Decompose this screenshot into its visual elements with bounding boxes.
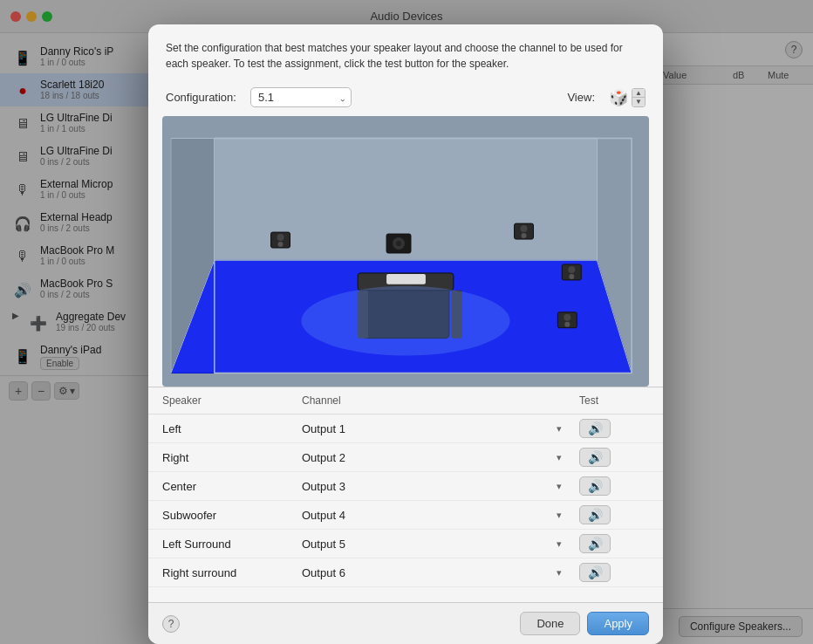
test-button-center[interactable]: 🔊 <box>579 476 611 496</box>
speaker-row-right: Right Output 1Output 2Output 3 🔊 <box>148 443 663 472</box>
channel-select-left-wrapper[interactable]: Output 1Output 2Output 3 <box>302 421 579 437</box>
view-stepper[interactable]: ▲ ▼ <box>632 88 646 107</box>
channel-select-left-surround[interactable]: Output 4Output 5Output 6 <box>302 536 579 552</box>
col-test: Test <box>579 394 649 407</box>
channel-select-right-surround-wrapper[interactable]: Output 5Output 6Output 7 <box>302 565 579 581</box>
speaker-row-left-surround: Left Surround Output 4Output 5Output 6 🔊 <box>148 530 663 558</box>
test-button-right[interactable]: 🔊 <box>579 448 611 467</box>
cube-icon: 🎲 <box>609 88 628 107</box>
channel-select-right[interactable]: Output 1Output 2Output 3 <box>302 449 579 466</box>
speaker-name-center: Center <box>162 480 302 493</box>
modal-description: Set the configuration that best matches … <box>148 24 663 82</box>
view-label: View: <box>567 91 595 104</box>
speaker-row-subwoofer: Subwoofer Output 3Output 4Output 5 🔊 <box>148 501 663 530</box>
svg-point-34 <box>564 322 570 327</box>
channel-select-left[interactable]: Output 1Output 2Output 3 <box>302 421 579 437</box>
svg-point-24 <box>521 225 528 232</box>
speaker-name-left: Left <box>162 422 302 435</box>
channel-select-subwoofer-wrapper[interactable]: Output 3Output 4Output 5 <box>302 507 579 524</box>
col-speaker: Speaker <box>162 394 302 407</box>
modal-body: Set the configuration that best matches … <box>148 24 663 602</box>
modal-help-button[interactable]: ? <box>162 615 180 633</box>
modal-footer: ? Done Apply <box>148 602 663 644</box>
col-channel: Channel <box>302 394 579 407</box>
view-stepper-up[interactable]: ▲ <box>632 89 645 98</box>
speaker-name-left-surround: Left Surround <box>162 538 302 551</box>
channel-select-left-surround-wrapper[interactable]: Output 4Output 5Output 6 <box>302 536 579 552</box>
channel-select-right-surround[interactable]: Output 5Output 6Output 7 <box>302 565 579 581</box>
config-select-wrapper[interactable]: Stereo Quadraphonic 5.1 7.1 <box>250 87 352 107</box>
channel-select-center[interactable]: Output 2Output 3Output 4 <box>302 478 579 495</box>
speaker-config-modal: Set the configuration that best matches … <box>148 24 663 644</box>
speaker-row-right-surround: Right surround Output 5Output 6Output 7 … <box>148 558 663 587</box>
test-button-left-surround[interactable]: 🔊 <box>579 534 611 553</box>
view-controls: 🎲 ▲ ▼ <box>609 88 646 107</box>
svg-point-31 <box>569 274 574 279</box>
channel-select-right-wrapper[interactable]: Output 1Output 2Output 3 <box>302 449 579 466</box>
speaker-name-right: Right <box>162 451 302 464</box>
speaker-table: Speaker Channel Test Left Output 1Output… <box>148 387 663 587</box>
test-button-right-surround[interactable]: 🔊 <box>579 563 611 582</box>
channel-select-subwoofer[interactable]: Output 3Output 4Output 5 <box>302 507 579 524</box>
test-button-left[interactable]: 🔊 <box>579 419 611 438</box>
speaker-row-center: Center Output 2Output 3Output 4 🔊 <box>148 472 663 501</box>
done-button[interactable]: Done <box>520 612 580 635</box>
test-button-subwoofer[interactable]: 🔊 <box>579 505 611 524</box>
config-row: Configuration: Stereo Quadraphonic 5.1 7… <box>148 82 663 116</box>
speaker-row-left: Left Output 1Output 2Output 3 🔊 <box>148 414 663 443</box>
svg-point-28 <box>396 241 401 246</box>
svg-point-21 <box>277 234 284 241</box>
svg-point-30 <box>568 266 575 273</box>
svg-point-33 <box>564 314 570 321</box>
svg-rect-19 <box>386 274 426 284</box>
config-select[interactable]: Stereo Quadraphonic 5.1 7.1 <box>250 87 352 107</box>
channel-select-center-wrapper[interactable]: Output 2Output 3Output 4 <box>302 478 579 495</box>
speaker-table-header: Speaker Channel Test <box>148 387 663 414</box>
svg-point-22 <box>278 242 284 247</box>
speaker-name-right-surround: Right surround <box>162 566 302 579</box>
room-3d-svg <box>162 116 649 387</box>
room-visualization <box>162 116 649 387</box>
footer-buttons: Done Apply <box>520 612 649 635</box>
svg-point-35 <box>301 286 509 356</box>
svg-point-25 <box>522 233 527 238</box>
config-label: Configuration: <box>166 91 236 104</box>
speaker-name-subwoofer: Subwoofer <box>162 509 302 522</box>
view-stepper-down[interactable]: ▼ <box>632 98 645 106</box>
apply-button[interactable]: Apply <box>587 612 649 635</box>
